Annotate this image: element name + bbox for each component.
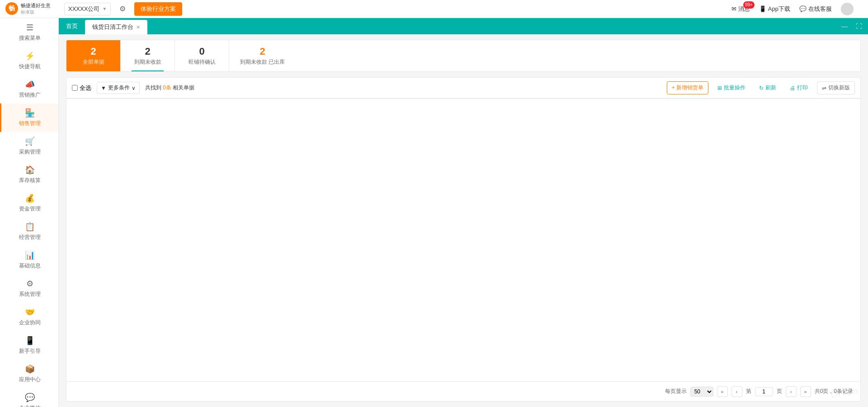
search-menu-icon: ☰ [26, 23, 33, 33]
page-unit: 页 [777, 388, 782, 395]
first-page-button[interactable]: « [717, 386, 728, 397]
stat-number-overdue-out: 2 [260, 46, 265, 57]
stat-card-overdue-out[interactable]: 2 到期未收款 已出库 [229, 40, 296, 71]
sidebar-item-operations[interactable]: 📋 经营管理 [0, 217, 58, 246]
select-all-checkbox-label[interactable]: 全选 [72, 84, 91, 92]
enterprise-icon: 🤝 [25, 307, 35, 317]
online-service-label: 在线客服 [808, 5, 832, 13]
wechat-icon: 💬 [25, 393, 35, 402]
logo-badge: 标准版 [21, 9, 51, 15]
base-info-icon: 📊 [25, 250, 35, 260]
sidebar-item-sales[interactable]: 🏪 销售管理 [0, 103, 58, 132]
online-service-button[interactable]: 💬 在线客服 [799, 5, 832, 13]
guide-icon: 📱 [25, 336, 35, 346]
new-sales-order-button[interactable]: + 新增销货单 [667, 81, 708, 94]
tab-bar: 首页 钱货日清工作台 ✕ — ⛶ [59, 18, 868, 34]
toolbar-right: + 新增销货单 ⊞ 批量操作 ↻ 刷新 🖨 打印 ⇌ [667, 81, 855, 94]
stat-card-pending[interactable]: 0 旺铺待确认 [175, 40, 229, 71]
tab-minimize-icon[interactable]: — [839, 21, 850, 32]
sidebar-label-enterprise: 企业协同 [19, 319, 41, 327]
sidebar-label-finance: 资金管理 [19, 205, 41, 213]
header-middle: ⚙ 体验行业方案 [116, 2, 182, 16]
filter-button[interactable]: ▼ 更多条件 ∨ [97, 82, 140, 94]
pagination: 每页显示 50 100 200 « ‹ 第 页 › » 共0页，0条记录 [66, 381, 860, 401]
sidebar-item-guide[interactable]: 📱 新手引导 [0, 331, 58, 360]
message-icon: ✉ [731, 5, 736, 12]
sidebar-label-wechat: 企业微信 [19, 404, 41, 407]
sidebar-item-wechat[interactable]: 💬 企业微信 [0, 388, 58, 407]
select-all-checkbox[interactable] [72, 85, 78, 91]
sidebar: ☰ 搜索菜单 ⚡ 快捷导航 📣 营销推广 🏪 销售管理 🛒 采购管理 🏠 库存核… [0, 18, 59, 407]
sidebar-label-search-menu: 搜索菜单 [19, 34, 41, 42]
stat-label-pending: 旺铺待确认 [189, 58, 216, 66]
sidebar-item-marketing[interactable]: 📣 营销推广 [0, 75, 58, 103]
switch-version-button[interactable]: ⇌ 切换新版 [817, 81, 855, 94]
print-button[interactable]: 🖨 打印 [785, 82, 812, 94]
user-avatar[interactable] [841, 3, 854, 15]
filter-icon: ▼ [101, 85, 106, 91]
trial-button[interactable]: 体验行业方案 [134, 2, 182, 16]
sidebar-item-base-info[interactable]: 📊 基础信息 [0, 246, 58, 274]
sales-icon: 🏪 [25, 108, 35, 118]
next-page-button[interactable]: › [786, 386, 797, 397]
header-right: ✉ 消息 99+ 📱 App下载 💬 在线客服 [731, 3, 863, 15]
chevron-down-icon: ▼ [102, 6, 107, 11]
service-icon: 💬 [799, 5, 807, 12]
batch-operation-button[interactable]: ⊞ 批量操作 [713, 82, 750, 94]
company-selector[interactable]: XXXXX公司 ▼ [64, 3, 111, 15]
sidebar-item-enterprise[interactable]: 🤝 企业协同 [0, 303, 58, 331]
sidebar-item-quick-nav[interactable]: ⚡ 快捷导航 [0, 47, 58, 75]
app-download-button[interactable]: 📱 App下载 [759, 5, 790, 13]
tab-close-icon[interactable]: ✕ [136, 24, 140, 30]
sidebar-item-system[interactable]: ⚙ 系统管理 [0, 274, 58, 303]
logo-area: 畅 畅捷通好生意 标准版 [5, 2, 64, 15]
sidebar-label-quick-nav: 快捷导航 [19, 63, 41, 70]
print-icon: 🖨 [790, 85, 795, 91]
table-body-empty [66, 99, 860, 381]
toolbar-left: 全选 ▼ 更多条件 ∨ 共找到 0条 相关单据 [72, 82, 661, 94]
stat-card-overdue[interactable]: 2 到期未收款 [121, 40, 175, 71]
logo-title: 畅捷通好生意 [21, 2, 51, 9]
sidebar-item-inventory[interactable]: 🏠 库存核算 [0, 160, 58, 189]
main-layout: ☰ 搜索菜单 ⚡ 快捷导航 📣 营销推广 🏪 销售管理 🛒 采购管理 🏠 库存核… [0, 18, 868, 407]
refresh-button[interactable]: ↻ 刷新 [755, 82, 781, 94]
refresh-icon: ↻ [759, 85, 764, 91]
stat-number-overdue: 2 [145, 46, 150, 57]
select-all-label: 全选 [80, 84, 91, 92]
sidebar-label-purchase: 采购管理 [19, 148, 41, 156]
sidebar-item-purchase[interactable]: 🛒 采购管理 [0, 132, 58, 160]
marketing-icon: 📣 [25, 80, 35, 89]
filter-label: 更多条件 [108, 84, 130, 92]
sidebar-item-app-center[interactable]: 📦 应用中心 [0, 360, 58, 388]
sidebar-label-guide: 新手引导 [19, 347, 41, 355]
stats-cards: 2 全部单据 2 到期未收款 0 旺铺待确认 2 到期未收款 已出库 [66, 40, 861, 72]
tab-right-actions: — ⛶ [839, 21, 868, 32]
messages-button[interactable]: ✉ 消息 99+ [731, 5, 750, 13]
tab-home[interactable]: 首页 [59, 18, 85, 34]
batch-icon: ⊞ [717, 85, 722, 91]
sidebar-label-operations: 经营管理 [19, 234, 41, 241]
quick-nav-icon: ⚡ [25, 51, 35, 61]
sidebar-label-inventory: 库存核算 [19, 177, 41, 184]
operations-icon: 📋 [25, 222, 35, 232]
sidebar-label-app-center: 应用中心 [19, 376, 41, 384]
app-download-label: App下载 [768, 5, 790, 13]
page-number-input[interactable] [755, 387, 773, 396]
sidebar-label-marketing: 营销推广 [19, 91, 41, 99]
sidebar-item-finance[interactable]: 💰 资金管理 [0, 189, 58, 217]
tab-maximize-icon[interactable]: ⛶ [854, 21, 864, 32]
logo-icon: 畅 [5, 2, 18, 15]
toolbar: 全选 ▼ 更多条件 ∨ 共找到 0条 相关单据 + 新增销货单 [66, 77, 861, 98]
prev-page-button[interactable]: ‹ [731, 386, 742, 397]
stat-card-all[interactable]: 2 全部单据 [66, 40, 121, 71]
messages-badge: 99+ [743, 1, 755, 9]
found-count: 0条 [163, 84, 171, 91]
content-area: 首页 钱货日清工作台 ✕ — ⛶ 2 全部单据 2 到期未收款 [59, 18, 868, 407]
tab-workspace[interactable]: 钱货日清工作台 ✕ [85, 20, 147, 34]
settings-icon[interactable]: ⚙ [116, 3, 129, 15]
last-page-button[interactable]: » [800, 386, 811, 397]
page-size-select[interactable]: 50 100 200 [690, 387, 713, 397]
found-text: 共找到 0条 相关单据 [145, 84, 194, 92]
sidebar-item-search-menu[interactable]: ☰ 搜索菜单 [0, 18, 58, 47]
stat-number-pending: 0 [199, 46, 204, 57]
